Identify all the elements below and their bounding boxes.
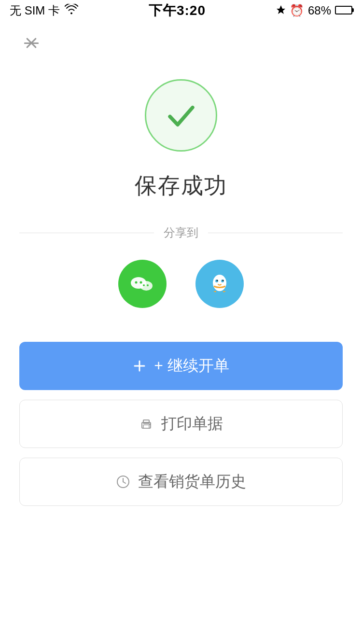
battery-icon: [335, 4, 352, 17]
action-buttons-container: + 继续开单 打印单据 查看销: [19, 342, 343, 506]
svg-point-5: [147, 284, 149, 286]
close-button-area: [19, 31, 343, 55]
status-bar: 无 SIM 卡 下午3:20 ⏰ 68%: [0, 0, 362, 21]
svg-point-6: [213, 275, 226, 291]
main-content: 保存成功 分享到: [0, 21, 362, 644]
divider-line-right: [208, 233, 343, 233]
sim-text: 无 SIM 卡: [10, 3, 60, 18]
history-button[interactable]: 查看销货单历史: [19, 458, 343, 506]
location-icon: [276, 4, 286, 17]
share-label: 分享到: [164, 225, 198, 240]
svg-point-9: [217, 280, 218, 281]
checkmark-icon: [163, 98, 199, 134]
svg-rect-15: [143, 425, 149, 428]
continue-button[interactable]: + 继续开单: [19, 342, 343, 390]
svg-point-10: [223, 280, 224, 281]
status-left: 无 SIM 卡: [10, 3, 78, 18]
svg-point-4: [143, 284, 145, 286]
share-qq-button[interactable]: [195, 260, 244, 308]
success-title: 保存成功: [135, 171, 227, 201]
qq-icon: [205, 269, 234, 298]
battery-text: 68%: [308, 4, 331, 17]
wechat-icon: [128, 269, 157, 298]
svg-line-19: [123, 482, 125, 483]
history-label: 查看销货单历史: [138, 471, 246, 492]
alarm-icon: ⏰: [290, 4, 304, 17]
svg-point-2: [135, 281, 138, 284]
success-icon-container: [145, 79, 217, 152]
share-divider: 分享到: [19, 225, 343, 240]
printer-icon: [139, 417, 153, 431]
wifi-icon: [65, 4, 78, 17]
print-label: 打印单据: [161, 413, 223, 434]
svg-point-16: [149, 424, 151, 425]
print-button[interactable]: 打印单据: [19, 400, 343, 448]
svg-point-3: [140, 281, 142, 284]
share-wechat-button[interactable]: [118, 260, 167, 308]
status-time: 下午3:20: [149, 1, 206, 20]
share-buttons-container: [118, 260, 244, 308]
plus-icon: [133, 359, 146, 373]
status-right: ⏰ 68%: [276, 4, 352, 17]
divider-line-left: [19, 233, 154, 233]
continue-label: + 继续开单: [154, 355, 229, 377]
close-button[interactable]: [19, 31, 43, 55]
clock-icon: [116, 475, 130, 489]
